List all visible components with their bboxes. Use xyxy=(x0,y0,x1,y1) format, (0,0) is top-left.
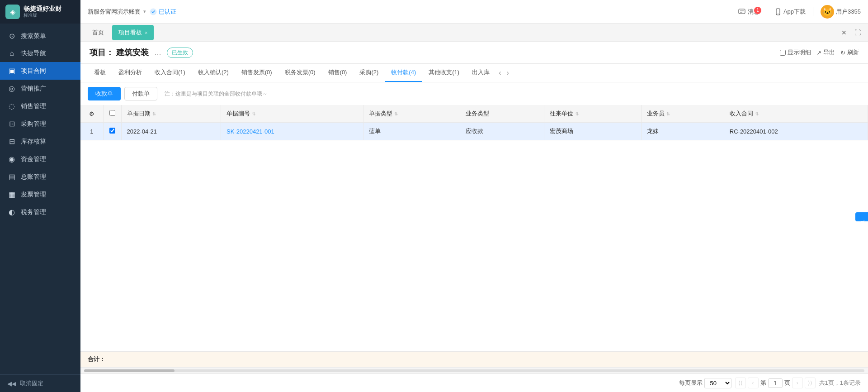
scroll-thumb[interactable] xyxy=(84,369,175,372)
sort-partner-icon[interactable]: ⇅ xyxy=(575,111,579,116)
nav-tab-income-contract[interactable]: 收入合同(1) xyxy=(148,64,192,82)
sidebar-item-quick-nav[interactable]: ⌂ 快捷导航 xyxy=(0,45,80,62)
row-checkbox[interactable] xyxy=(109,128,115,134)
row-salesperson: 龙妹 xyxy=(641,123,724,140)
total-pages-info: 共1页，1条记录 xyxy=(819,379,861,387)
purchase-icon: ⊡ xyxy=(7,120,16,128)
sidebar-item-marketing[interactable]: ◎ 营销推广 xyxy=(0,80,80,97)
sort-type-icon[interactable]: ⇅ xyxy=(394,111,398,116)
sub-tab-note: 注：这里是与项目关联的全部收付款单哦～ xyxy=(165,90,268,98)
page-last-button[interactable]: ⟩⟩ xyxy=(805,378,816,388)
tab-close-icon[interactable]: × xyxy=(145,30,147,35)
payment-tab-button[interactable]: 付款单 xyxy=(124,87,157,100)
nav-tab-tax-invoice[interactable]: 税务发票(0) xyxy=(278,64,322,82)
sidebar-item-purchase[interactable]: ⊡ 采购管理 xyxy=(0,115,80,133)
col-number-header: 单据编号 ⇅ xyxy=(221,105,363,123)
col-partner-header: 往来单位 ⇅ xyxy=(544,105,642,123)
col-contract-header: 收入合同 ⇅ xyxy=(724,105,868,123)
sidebar-logo: ◈ 畅捷通好业财 标准版 xyxy=(0,0,80,24)
show-detail-label: 显示明细 xyxy=(788,48,811,57)
col-number-label: 单据编号 xyxy=(226,110,250,118)
sidebar-item-marketing-label: 营销推广 xyxy=(21,85,46,93)
marketing-icon: ◎ xyxy=(7,84,16,93)
col-type-label: 单据类型 xyxy=(369,110,392,118)
show-detail-checkbox[interactable]: 显示明细 xyxy=(780,48,811,57)
certified-text: 已认证 xyxy=(159,8,176,16)
tab-project-kanban[interactable]: 项目看板 × xyxy=(112,25,154,40)
account-selector[interactable]: 新服务官网演示账套 ▾ xyxy=(88,8,146,16)
nav-tab-sales-invoice[interactable]: 销售发票(0) xyxy=(235,64,278,82)
message-badge: 1 xyxy=(754,7,761,14)
logo-text: 畅捷通好业财 标准版 xyxy=(24,5,61,19)
nav-tab-kanban[interactable]: 看板 xyxy=(88,64,112,82)
page-size-dropdown[interactable]: 50 100 200 xyxy=(704,378,731,388)
row-partner: 宏茂商场 xyxy=(544,123,642,140)
user-menu[interactable]: 🐱 用户3355 xyxy=(821,5,861,19)
search-menu-icon: ⊙ xyxy=(7,32,16,40)
app-download-action[interactable]: App下载 xyxy=(774,8,806,16)
page-prev-button[interactable]: ‹ xyxy=(748,378,759,388)
sidebar-item-sales[interactable]: ◌ 销售管理 xyxy=(0,97,80,115)
project-more-button[interactable]: … xyxy=(154,48,161,57)
nav-tab-receipts[interactable]: 收付款(4) xyxy=(385,64,422,82)
sort-date-icon[interactable]: ⇅ xyxy=(152,111,156,116)
top-bar-left: 新服务官网演示账套 ▾ 已认证 xyxy=(88,8,176,16)
logo-icon: ◈ xyxy=(5,5,20,19)
total-label: 合计： xyxy=(88,355,105,363)
nav-tab-other-expense[interactable]: 其他收支(1) xyxy=(422,64,466,82)
page-next-button[interactable]: › xyxy=(792,378,803,388)
select-all-checkbox[interactable] xyxy=(109,110,115,116)
nav-tab-purchase[interactable]: 采购(2) xyxy=(353,64,385,82)
export-button[interactable]: ↗ 导出 xyxy=(816,48,835,57)
col-settings[interactable]: ⚙ xyxy=(80,105,103,123)
row-type: 蓝单 xyxy=(363,123,460,140)
row-date: 2022-04-21 xyxy=(121,123,221,140)
sidebar-item-search-label: 搜索菜单 xyxy=(21,32,46,40)
certified-icon xyxy=(150,8,157,15)
message-icon xyxy=(738,8,746,16)
row-number: SK-20220421-001 xyxy=(221,123,363,140)
project-name: 建筑安装 xyxy=(116,48,149,57)
page-first-button[interactable]: ⟨⟨ xyxy=(735,378,746,388)
refresh-button[interactable]: ↻ 刷新 xyxy=(840,48,859,57)
nav-next-arrow[interactable]: › xyxy=(504,67,511,79)
refresh-icon: ↻ xyxy=(840,49,845,56)
col-salesperson-label: 业务员 xyxy=(647,110,665,118)
show-detail-input[interactable] xyxy=(780,50,786,56)
sidebar-item-ledger[interactable]: ▤ 总账管理 xyxy=(0,168,80,186)
sidebar-unpin[interactable]: ◀◀ 取消固定 xyxy=(0,374,80,392)
nav-tab-income-confirm[interactable]: 收入确认(2) xyxy=(192,64,235,82)
sidebar-item-invoice[interactable]: ▦ 发票管理 xyxy=(0,186,80,203)
nav-tab-profit[interactable]: 盈利分析 xyxy=(112,64,148,82)
row-number-link[interactable]: SK-20220421-001 xyxy=(226,128,274,135)
feedback-button[interactable]: 反馈 xyxy=(855,212,868,221)
nav-tab-sales[interactable]: 销售(0) xyxy=(322,64,354,82)
sort-number-icon[interactable]: ⇅ xyxy=(252,111,255,116)
unpin-icon: ◀◀ xyxy=(7,380,16,387)
message-action[interactable]: 消息 1 xyxy=(738,8,760,16)
receipt-tab-button[interactable]: 收款单 xyxy=(88,87,121,100)
sidebar-item-finance-label: 资金管理 xyxy=(21,155,46,163)
col-date-header: 单据日期 ⇅ xyxy=(121,105,221,123)
sort-contract-icon[interactable]: ⇅ xyxy=(755,111,759,116)
maximize-window-button[interactable]: ⛶ xyxy=(853,28,863,38)
page-number-input[interactable] xyxy=(768,378,783,388)
sidebar-item-search[interactable]: ⊙ 搜索菜单 xyxy=(0,27,80,45)
scroll-track[interactable] xyxy=(84,369,864,372)
top-bar-right: 消息 1 App下载 🐱 用户3355 xyxy=(738,5,861,19)
table-row[interactable]: 1 2022-04-21 SK-20220421-001 蓝单 应收款 宏茂商场… xyxy=(80,123,868,140)
col-date-label: 单据日期 xyxy=(127,110,151,118)
tab-home[interactable]: 首页 xyxy=(86,25,110,40)
nav-tab-warehouse[interactable]: 出入库 xyxy=(466,64,496,82)
sidebar-item-finance[interactable]: ◉ 资金管理 xyxy=(0,150,80,168)
main-content: 新服务官网演示账套 ▾ 已认证 消息 1 xyxy=(80,0,868,392)
page-nav: ⟨⟨ ‹ 第 页 › ⟩⟩ xyxy=(735,378,816,388)
sidebar-item-inventory[interactable]: ⊟ 库存核算 xyxy=(0,133,80,150)
close-window-button[interactable]: ✕ xyxy=(839,28,849,38)
inventory-icon: ⊟ xyxy=(7,137,16,146)
nav-prev-arrow[interactable]: ‹ xyxy=(496,67,504,79)
sort-salesperson-icon[interactable]: ⇅ xyxy=(666,111,670,116)
project-contract-icon: ▣ xyxy=(7,67,16,75)
sidebar-item-project-contract[interactable]: ▣ 项目合同 xyxy=(0,62,80,80)
sidebar-item-tax[interactable]: ◐ 税务管理 xyxy=(0,203,80,221)
